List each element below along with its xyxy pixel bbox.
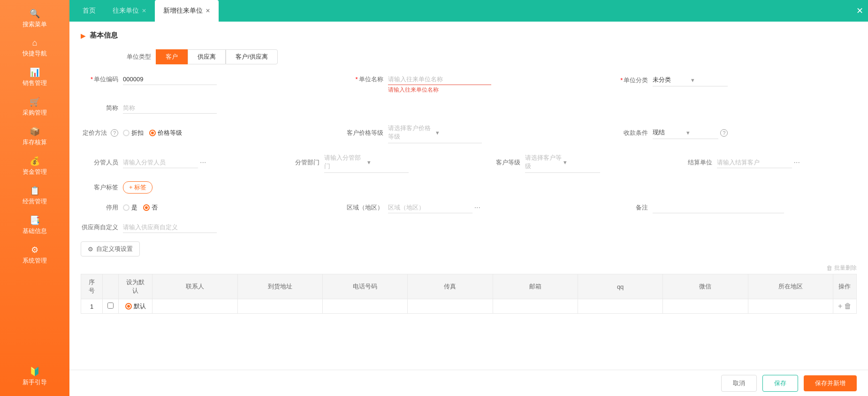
- customer-tag-label: 客户标签: [81, 183, 123, 192]
- short-name-input[interactable]: [123, 102, 217, 114]
- row-fax[interactable]: [408, 299, 493, 314]
- customer-price-arrow: ▾: [436, 129, 482, 136]
- sidebar-item-system[interactable]: ⚙ 系统管理: [0, 240, 69, 270]
- customer-level-dropdown[interactable]: 请选择客户等级 ▾: [525, 152, 600, 173]
- sidebar-item-purchase[interactable]: 🛒 采购管理: [0, 92, 69, 122]
- section-header: ▶ 基本信息: [81, 31, 857, 40]
- row-phone[interactable]: [322, 299, 407, 314]
- tab-new-contact-label: 新增往来单位: [163, 7, 203, 15]
- col-action: 操作: [833, 274, 856, 299]
- row-contact[interactable]: [152, 299, 237, 314]
- unit-category-field: *单位分类 未分类 ▾: [610, 74, 857, 86]
- unit-type-customer[interactable]: 客户: [156, 49, 188, 64]
- row-actions: + 🗑: [833, 299, 856, 314]
- settlement-input[interactable]: [717, 157, 792, 168]
- form-row-3: 定价方法 ? 折扣 价格等级 客户价格等级: [81, 122, 857, 143]
- pricing-discount-radio[interactable]: [123, 130, 129, 136]
- pricing-discount-label: 折扣: [131, 129, 144, 137]
- row-default-radio-item[interactable]: 默认: [123, 302, 147, 311]
- contacts-table: 序号 设为默认 联系人 到货地址 电话号码 传真 邮箱 qq 微信 所在地区 操…: [81, 274, 857, 314]
- batch-delete-label[interactable]: 批量删除: [834, 264, 857, 272]
- customer-price-dropdown[interactable]: 请选择客户价格等级 ▾: [388, 122, 482, 143]
- payment-terms-dropdown[interactable]: 现结 ▾: [653, 126, 718, 139]
- sidebar-item-inventory[interactable]: 📦 库存核算: [0, 122, 69, 151]
- cancel-button[interactable]: 取消: [721, 375, 757, 392]
- pricing-level-label: 价格等级: [158, 129, 182, 137]
- row-qq[interactable]: [578, 299, 662, 314]
- disabled-yes-option[interactable]: 是: [123, 203, 137, 212]
- chart-icon: 📊: [30, 67, 40, 78]
- sidebar-item-label: 采购管理: [23, 109, 47, 117]
- row-default-label: 默认: [134, 302, 146, 311]
- cart-icon: 🛒: [30, 97, 40, 107]
- pricing-level-option[interactable]: 价格等级: [149, 129, 182, 137]
- unit-code-label: *单位编码: [81, 75, 123, 84]
- disabled-yes-radio[interactable]: [123, 204, 129, 211]
- disabled-radio-group: 是 否: [123, 203, 158, 212]
- unit-name-error: 请输入往来单位名称: [388, 86, 439, 94]
- sidebar-item-operations[interactable]: 📋 经营管理: [0, 181, 69, 210]
- row-email[interactable]: [493, 299, 578, 314]
- row-checkbox[interactable]: [107, 303, 114, 309]
- row-address[interactable]: [237, 299, 322, 314]
- save-button[interactable]: 保存: [762, 375, 798, 392]
- manager-more-button[interactable]: ···: [200, 158, 206, 167]
- row-region[interactable]: [748, 299, 833, 314]
- unit-category-dropdown[interactable]: 未分类 ▾: [653, 74, 728, 86]
- payment-terms-field: 收款条件 现结 ▾ ?: [610, 126, 857, 139]
- col-qq: qq: [578, 274, 662, 299]
- sidebar-item-quick-nav[interactable]: ⌂ 快捷导航: [0, 33, 69, 62]
- row-add-button[interactable]: +: [838, 302, 842, 311]
- unit-type-both[interactable]: 客户/供应离: [226, 49, 278, 64]
- save-new-button[interactable]: 保存并新增: [804, 375, 857, 391]
- manager-input[interactable]: [123, 157, 198, 168]
- tab-contacts-close[interactable]: ✕: [142, 8, 146, 14]
- supplier-custom-input[interactable]: [123, 222, 217, 233]
- pricing-discount-option[interactable]: 折扣: [123, 129, 144, 137]
- department-dropdown[interactable]: 请输入分管部门 ▾: [324, 152, 409, 173]
- settlement-more-button[interactable]: ···: [794, 158, 800, 167]
- disabled-no-option[interactable]: 否: [143, 203, 158, 212]
- sidebar-item-label: 基础信息: [23, 227, 47, 235]
- tab-new-contact-close[interactable]: ✕: [206, 8, 210, 14]
- row-default-radio[interactable]: [125, 303, 132, 310]
- row-checkbox-cell[interactable]: [103, 299, 119, 314]
- custom-settings-button[interactable]: ⚙ 自定义项设置: [81, 241, 140, 256]
- customer-tag-field: 客户标签 + 标签: [81, 181, 857, 194]
- unit-type-supplier[interactable]: 供应离: [188, 49, 226, 64]
- sidebar-item-finance[interactable]: 💰 资金管理: [0, 151, 69, 181]
- sidebar-item-basic-info[interactable]: 📑 基础信息: [0, 210, 69, 240]
- settlement-field: 结算单位 ···: [675, 157, 857, 168]
- money-icon: 💰: [30, 156, 40, 166]
- unit-code-input[interactable]: [123, 74, 217, 85]
- sidebar-item-search[interactable]: 🔍 搜索菜单: [0, 4, 69, 33]
- form-row-6: 停用 是 否 区域（地区） ···: [81, 202, 857, 213]
- tab-new-contact[interactable]: 新增往来单位 ✕: [155, 0, 219, 22]
- pricing-help-icon[interactable]: ?: [111, 129, 118, 137]
- payment-help-icon[interactable]: ?: [720, 129, 728, 137]
- form-row-2: 简称: [81, 102, 857, 114]
- sidebar-item-label: 销售管理: [23, 79, 47, 87]
- sidebar-item-guide[interactable]: 🔰 新手引导: [0, 362, 69, 391]
- form-row-4: 分管人员 ··· 分管部门 请输入分管部门 ▾ 客户等级 请选择客户等级 ▾: [81, 152, 857, 173]
- tab-home-label: 首页: [83, 7, 96, 15]
- tab-home[interactable]: 首页: [74, 0, 104, 22]
- window-close-button[interactable]: ✕: [856, 6, 863, 16]
- disabled-no-radio[interactable]: [143, 204, 150, 211]
- custom-settings-label: 自定义项设置: [96, 245, 133, 253]
- batch-delete-row: 🗑 批量删除: [81, 264, 857, 272]
- col-email: 邮箱: [493, 274, 578, 299]
- add-tag-button[interactable]: + 标签: [123, 181, 152, 194]
- region-more-button[interactable]: ···: [474, 203, 480, 212]
- region-input[interactable]: [388, 202, 472, 213]
- remark-input[interactable]: [653, 202, 784, 213]
- trash-icon: 🗑: [826, 264, 832, 272]
- pricing-level-radio[interactable]: [149, 130, 156, 136]
- row-delete-button[interactable]: 🗑: [844, 302, 852, 311]
- unit-name-input[interactable]: [388, 74, 491, 85]
- sidebar-item-sales[interactable]: 📊 销售管理: [0, 62, 69, 92]
- tab-contacts[interactable]: 往来单位 ✕: [104, 0, 155, 22]
- remark-field: 备注: [610, 202, 857, 213]
- customer-level-placeholder: 请选择客户等级: [525, 154, 562, 171]
- row-wechat[interactable]: [663, 299, 748, 314]
